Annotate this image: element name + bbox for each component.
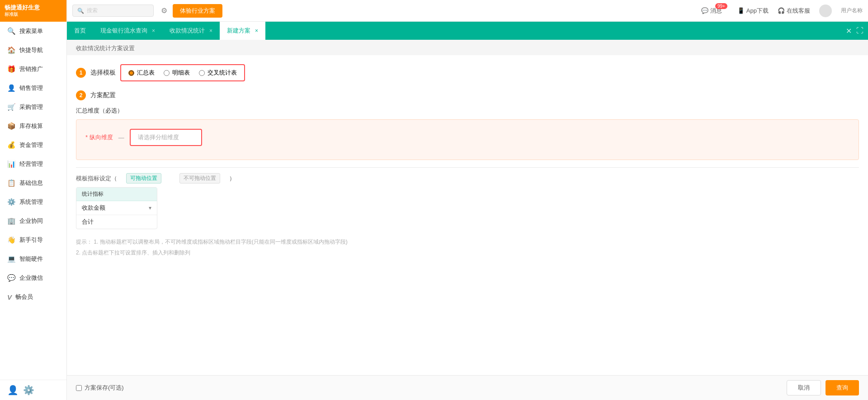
tab-collection-stats[interactable]: 收款情况统计 × [162, 22, 220, 40]
sidebar-item-marketing[interactable]: 🎁 营销推广 [0, 60, 66, 79]
radio-cross[interactable]: 交叉统计表 [199, 69, 237, 77]
sidebar-item-inventory[interactable]: 📦 库存核算 [0, 117, 66, 136]
logo-text: 畅捷通好生意 [5, 4, 40, 11]
sales-icon: 👤 [7, 84, 16, 92]
sidebar-logo: 畅捷通好生意 标准版 [0, 0, 66, 22]
indicator-settings: 模板指标设定（ 可拖动位置 不可拖动位置 ） 统计指标 收款金额 ▾ [76, 173, 859, 229]
sidebar-item-system[interactable]: ⚙️ 系统管理 [0, 193, 66, 212]
topbar-right: 💬 消息 99+ 📱 App下载 🎧 在线客服 用户名称 [701, 5, 863, 17]
indicator-setting-suffix: ） [229, 174, 235, 183]
purchase-icon: 🛒 [7, 103, 16, 111]
member-icon: V [7, 293, 12, 301]
dimension-arrow: — [118, 134, 124, 141]
draggable-tag: 可拖动位置 [126, 173, 161, 184]
sidebar-item-quick-nav[interactable]: 🏠 快捷导航 [0, 41, 66, 60]
save-checkbox-input[interactable] [76, 385, 82, 391]
download-icon: 📱 [737, 7, 745, 14]
radio-detail-input[interactable] [164, 70, 170, 76]
tabbar-actions: ✕ ⛶ [846, 27, 868, 35]
indicators-area: 统计指标 收款金额 ▾ 合计 [76, 187, 157, 229]
tab-bank-flow-label: 现金银行流水查询 [100, 27, 147, 35]
marketing-icon: 🎁 [7, 65, 16, 73]
sidebar-item-smart-hw[interactable]: 💻 智能硬件 [0, 249, 66, 268]
logo-sub: 标准版 [5, 11, 40, 18]
service-item[interactable]: 🎧 在线客服 [778, 7, 810, 15]
sidebar-item-purchase[interactable]: 🛒 采购管理 [0, 98, 66, 117]
tip-line1: 提示： 1. 拖动标题栏可以调整布局，不可跨维度或指标区域拖动栏目字段(只能在同… [76, 236, 859, 247]
sidebar-user-icon: 👤 [7, 385, 19, 395]
inventory-icon: 📦 [7, 122, 16, 130]
template-options: 汇总表 明细表 交叉统计表 [120, 64, 245, 81]
tab-bank-flow-close[interactable]: × [152, 28, 155, 34]
sidebar-item-finance[interactable]: 💰 资金管理 [0, 136, 66, 155]
radio-summary-input[interactable] [128, 70, 134, 76]
quick-nav-icon: 🏠 [7, 46, 16, 54]
radio-cross-input[interactable] [199, 70, 205, 76]
step1-header: 1 选择模板 汇总表 明细表 交叉统计表 [76, 64, 859, 81]
trial-button[interactable]: 体验行业方案 [173, 4, 222, 18]
indicator-amount-dropdown[interactable]: ▾ [149, 205, 151, 211]
close-all-icon[interactable]: ✕ [846, 27, 852, 35]
indicator-setting-header: 模板指标设定（ 可拖动位置 不可拖动位置 ） [76, 173, 859, 184]
sidebar-item-enterprise[interactable]: 🏢 企业协同 [0, 212, 66, 231]
tabbar: 首页 现金银行流水查询 × 收款情况统计 × 新建方案 × ✕ ⛶ [67, 22, 868, 40]
user-name: 用户名称 [841, 7, 863, 14]
gear-icon[interactable]: ⚙ [161, 6, 167, 15]
tab-home[interactable]: 首页 [67, 22, 93, 40]
main: 🔍 搜索 ⚙ 体验行业方案 💬 消息 99+ 📱 App下载 🎧 在线客服 用户… [67, 0, 868, 400]
sidebar-item-newbie[interactable]: 👋 新手引导 [0, 231, 66, 249]
indicators-header: 统计指标 [76, 188, 157, 201]
tab-collection-stats-label: 收款情况统计 [170, 27, 205, 35]
step1-section: 1 选择模板 汇总表 明细表 交叉统计表 [76, 64, 859, 81]
dimension-row: * 纵向维度 — 请选择分组维度 [85, 129, 849, 146]
finance-icon: 💰 [7, 141, 16, 149]
sidebar-bottom: 👤 ⚙️ [0, 380, 66, 400]
maximize-icon[interactable]: ⛶ [856, 27, 863, 35]
sidebar-item-sales[interactable]: 👤 销售管理 [0, 79, 66, 98]
footer-actions: 取消 查询 [787, 380, 859, 395]
tab-new-plan[interactable]: 新建方案 × [220, 22, 265, 40]
save-checkbox[interactable]: 方案保存(可选) [76, 384, 124, 392]
sidebar-item-wechat[interactable]: 💬 企业微信 [0, 268, 66, 287]
message-badge: 99+ [715, 3, 727, 9]
query-button[interactable]: 查询 [826, 380, 859, 395]
non-draggable-tag: 不可拖动位置 [179, 173, 220, 184]
system-icon: ⚙️ [7, 198, 16, 206]
indicator-amount-label: 收款金额 [82, 204, 105, 212]
newbie-icon: 👋 [7, 236, 16, 244]
message-icon: 💬 [701, 7, 708, 14]
indicator-setting-prefix: 模板指标设定（ [76, 174, 117, 183]
message-item[interactable]: 💬 消息 99+ [701, 7, 722, 15]
basic-info-icon: 📋 [7, 179, 16, 187]
sidebar-item-basic-info[interactable]: 📋 基础信息 [0, 174, 66, 193]
dimension-area: * 纵向维度 — 请选择分组维度 [76, 119, 859, 160]
dimension-picker[interactable]: 请选择分组维度 [130, 129, 202, 146]
sidebar-settings-icon: ⚙️ [23, 385, 34, 395]
search-icon: 🔍 [77, 8, 84, 14]
footer: 方案保存(可选) 取消 查询 [67, 375, 868, 400]
tip-line2: 2. 点击标题栏下拉可设置排序、插入列和删除列 [76, 247, 859, 258]
download-item[interactable]: 📱 App下载 [737, 7, 769, 15]
download-label: App下载 [746, 7, 769, 15]
indicator-item-total: 合计 [76, 215, 157, 229]
step1-num: 1 [76, 68, 86, 78]
avatar[interactable] [819, 5, 832, 17]
vertical-dimension-label: * 纵向维度 [85, 133, 113, 141]
radio-detail[interactable]: 明细表 [164, 69, 190, 77]
wechat-icon: 💬 [7, 274, 16, 282]
step1-title: 选择模板 [90, 69, 116, 77]
sidebar-item-search-menu[interactable]: 🔍 搜索菜单 [0, 22, 66, 41]
cancel-button[interactable]: 取消 [787, 380, 821, 395]
sidebar-item-member[interactable]: V 畅会员 [0, 287, 66, 306]
search-box[interactable]: 🔍 搜索 [72, 5, 154, 17]
tab-collection-stats-close[interactable]: × [209, 28, 212, 34]
tab-new-plan-close[interactable]: × [255, 28, 258, 34]
tab-new-plan-label: 新建方案 [227, 27, 250, 35]
search-placeholder: 搜索 [87, 7, 98, 14]
sidebar-item-operation[interactable]: 📊 经营管理 [0, 155, 66, 174]
search-menu-icon: 🔍 [7, 27, 16, 35]
radio-summary[interactable]: 汇总表 [128, 69, 155, 77]
tab-bank-flow[interactable]: 现金银行流水查询 × [93, 22, 162, 40]
topbar: 🔍 搜索 ⚙ 体验行业方案 💬 消息 99+ 📱 App下载 🎧 在线客服 用户… [67, 0, 868, 22]
radio-detail-label: 明细表 [172, 69, 190, 77]
